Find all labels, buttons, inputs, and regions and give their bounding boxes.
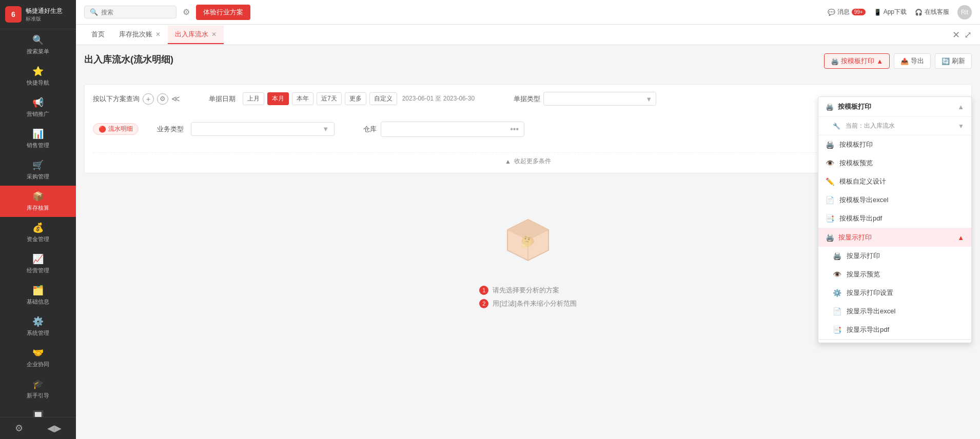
tab-batch-account[interactable]: 库存批次账 ✕: [112, 26, 168, 44]
finance-icon: 💰: [32, 222, 44, 233]
empty-steps: 1 请先选择要分析的方案 2 用[过滤]条件来缩小分析范围: [479, 286, 576, 308]
dp-display-print[interactable]: 🖨️ 按显示打印: [818, 247, 971, 265]
tab-flow[interactable]: 出入库流水 ✕: [168, 26, 224, 44]
online-service-btn[interactable]: 🎧 在线客服: [915, 8, 949, 16]
filter-tag-icon: 🔴: [99, 126, 106, 133]
template-print-dropdown-btn[interactable]: 🖨️ 按模板打印 ▲: [824, 53, 890, 69]
dp-display-print-settings[interactable]: ⚙️ 按显示打印设置: [818, 284, 971, 302]
dp-template-preview[interactable]: 👁️ 按模板预览: [818, 154, 971, 172]
settings-footer-btn[interactable]: ⚙: [15, 423, 23, 434]
system-icon: ⚙️: [32, 316, 44, 327]
sidebar-item-operation[interactable]: 📈 经营管理: [0, 248, 76, 280]
apps-icon: 🔲: [32, 410, 44, 417]
dp-display-settings-icon: ⚙️: [833, 289, 841, 297]
empty-step-1: 1 请先选择要分析的方案: [479, 286, 576, 295]
tab-home[interactable]: 首页: [84, 26, 112, 44]
current-icon: 🔧: [833, 123, 840, 130]
biz-type-select[interactable]: ▼: [191, 122, 335, 136]
basic-icon: 🗂️: [32, 285, 44, 296]
dp-display-export-excel[interactable]: 📄 按显示导出excel: [818, 302, 971, 321]
dp-display-print-section-icon: 🖨️: [826, 233, 834, 242]
warehouse-select[interactable]: •••: [381, 122, 524, 137]
date-btn-7days[interactable]: 近7天: [317, 92, 342, 105]
warehouse-label: 仓库: [363, 125, 378, 134]
chevron-up-icon: ▲: [876, 57, 883, 65]
purchase-icon: 🛒: [32, 159, 44, 171]
filter-tag-flow[interactable]: 🔴 流水明细: [93, 123, 139, 135]
sidebar-item-marketing[interactable]: 📢 营销推广: [0, 92, 76, 123]
operation-icon: 📈: [32, 253, 44, 265]
dp-default-settings[interactable]: 🔧 设置默认功能 ▼: [818, 340, 971, 343]
export-btn[interactable]: 📤 导出: [894, 53, 931, 69]
dp-template-custom[interactable]: ✏️ 模板自定义设计: [818, 172, 971, 191]
dp-display-export-pdf[interactable]: 📑 按显示导出pdf: [818, 321, 971, 339]
print-icon: 🖨️: [831, 57, 839, 65]
headset-icon: 🎧: [915, 9, 923, 16]
avatar: Rit: [957, 5, 972, 19]
close-all-tabs-btn[interactable]: ✕: [952, 29, 960, 41]
sidebar-item-guide[interactable]: 🎓 新手引导: [0, 373, 76, 405]
sales-icon: 📊: [32, 128, 44, 139]
biz-type-arrow-icon: ▼: [322, 125, 329, 133]
dp-collapse-arrow[interactable]: ▲: [957, 103, 964, 111]
search-icon: 🔍: [90, 8, 98, 16]
marketing-icon: 📢: [32, 97, 44, 108]
phone-icon: 📱: [874, 9, 881, 16]
date-label: 单据日期: [209, 94, 240, 104]
logo-text: 畅捷通好生意 标准版: [26, 7, 63, 23]
sidebar-item-basic[interactable]: 🗂️ 基础信息: [0, 280, 76, 311]
collab-icon: 🤝: [32, 347, 44, 358]
sidebar-item-sales[interactable]: 📊 销售管理: [0, 123, 76, 154]
date-btn-custom[interactable]: 自定义: [369, 92, 397, 105]
print-header-icon: 🖨️: [826, 103, 834, 111]
sidebar-nav: 🔍 搜索菜单 ⭐ 快捷导航 📢 营销推广 📊 销售管理 🛒 采购管理 📦 库存核…: [0, 29, 76, 417]
app-download-btn[interactable]: 📱 App下载: [874, 8, 907, 16]
dp-display-preview-icon: 👁️: [833, 270, 841, 278]
dp-template-print[interactable]: 🖨️ 按模板打印: [818, 135, 971, 154]
tab-close-batch[interactable]: ✕: [155, 31, 161, 38]
dp-title: 🖨️ 按模板打印: [826, 102, 871, 111]
date-btn-last-month[interactable]: 上月: [243, 92, 264, 105]
sidebar-item-finance[interactable]: 💰 资金管理: [0, 217, 76, 248]
date-btn-this-year[interactable]: 本年: [292, 92, 313, 105]
dp-pdf-icon: 📑: [826, 214, 834, 223]
tab-actions: ✕ ⤢: [952, 29, 972, 41]
message-btn[interactable]: 💬 消息 99+: [828, 8, 866, 16]
tab-close-flow[interactable]: ✕: [211, 31, 217, 38]
dp-print-icon: 🖨️: [826, 141, 834, 149]
quick-nav-icon: ⭐: [32, 66, 44, 77]
maximize-btn[interactable]: ⤢: [964, 29, 972, 41]
warehouse-more-icon: •••: [510, 125, 519, 134]
sidebar-item-system[interactable]: ⚙️ 系统管理: [0, 311, 76, 342]
collapse-sidebar-btn[interactable]: ◀▶: [47, 423, 62, 434]
dp-display-print-icon: 🖨️: [833, 252, 841, 260]
page-title: 出入库流水(流水明细): [84, 53, 173, 66]
date-btn-more[interactable]: 更多: [345, 92, 366, 105]
export-icon: 📤: [900, 57, 909, 65]
dp-template-export-pdf[interactable]: 📑 按模板导出pdf: [818, 209, 971, 228]
empty-illustration: 🤔: [502, 214, 554, 275]
refresh-btn[interactable]: 🔄 刷新: [935, 53, 972, 69]
dp-display-print-section[interactable]: 🖨️ 按显示打印 ▲: [818, 228, 971, 247]
header-gear-icon[interactable]: ⚙: [183, 7, 190, 17]
add-filter-btn[interactable]: +: [143, 93, 154, 105]
dp-template-export-excel[interactable]: 📄 按模板导出excel: [818, 191, 971, 209]
trial-btn[interactable]: 体验行业方案: [196, 5, 250, 20]
voucher-type-label: 单据类型: [514, 94, 540, 104]
voucher-type-select[interactable]: [543, 92, 656, 106]
sidebar-item-quick-nav[interactable]: ⭐ 快捷导航: [0, 61, 76, 92]
date-range-text: 2023-06-01 至 2023-06-30: [402, 94, 475, 103]
sidebar-item-search-menu[interactable]: 🔍 搜索菜单: [0, 29, 76, 61]
date-btn-this-month[interactable]: 本月: [267, 92, 289, 105]
sidebar-item-purchase[interactable]: 🛒 采购管理: [0, 154, 76, 186]
biz-type-label: 业务类型: [157, 125, 188, 134]
sidebar-item-apps[interactable]: 🔲 应用中心: [0, 405, 76, 417]
search-input[interactable]: [101, 9, 168, 16]
sidebar-item-inventory[interactable]: 📦 库存核算: [0, 186, 76, 217]
user-profile-btn[interactable]: Rit: [957, 5, 972, 19]
header-search-box[interactable]: 🔍: [84, 6, 177, 18]
filter-settings-btn[interactable]: ⚙: [157, 93, 168, 105]
dp-display-preview[interactable]: 👁️ 按显示预览: [818, 265, 971, 284]
filter-collapse-btn[interactable]: ≪: [171, 94, 180, 104]
sidebar-item-collab[interactable]: 🤝 企业协同: [0, 342, 76, 373]
